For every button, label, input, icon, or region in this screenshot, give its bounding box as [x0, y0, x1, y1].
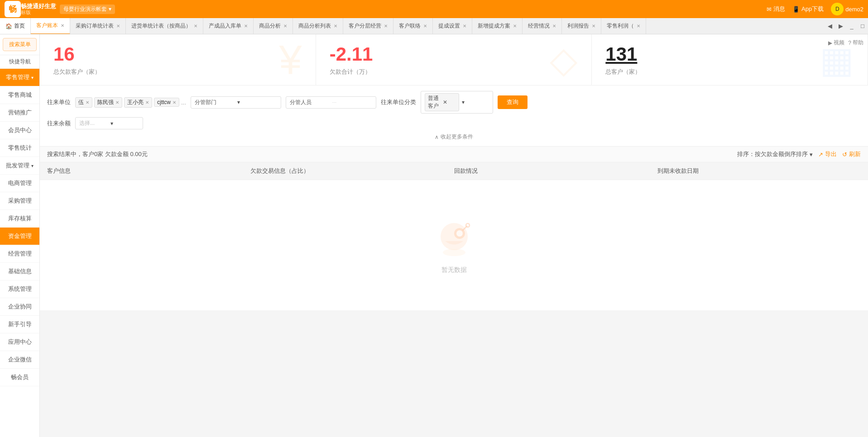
tab-product-analysis-list[interactable]: 商品分析列表 ✕	[293, 18, 343, 34]
home-icon: 🏠	[5, 23, 12, 29]
tab-purchase-order[interactable]: 采购订单统计表 ✕	[70, 18, 126, 34]
sidebar-item-retail-stats[interactable]: 零售统计	[0, 139, 39, 157]
tab-promotion-settings[interactable]: 提成设置 ✕	[433, 18, 472, 34]
data-table: 客户信息 欠款交易信息（占比） 回款情况 到期未收款日期	[40, 162, 868, 310]
tab-production-instock[interactable]: 产成品入库单 ✕	[203, 18, 254, 34]
tab-profit-report[interactable]: 利润报告 ✕	[562, 18, 601, 34]
sidebar-item-purchase[interactable]: 采购管理	[0, 192, 39, 210]
table-col-due-date: 到期未收款日期	[657, 167, 861, 175]
tab-close-icon[interactable]: ✕	[423, 24, 427, 28]
tab-new-promotion[interactable]: 新增提成方案 ✕	[472, 18, 523, 34]
refresh-button[interactable]: ↺ 刷新	[842, 150, 861, 158]
tab-close-icon[interactable]: ✕	[463, 24, 466, 28]
sidebar-item-operations[interactable]: 经营管理	[0, 245, 39, 263]
sidebar-item-retail[interactable]: 零售管理 ▾	[0, 69, 39, 86]
unit-class-tag-normal: 普通客户 ✕	[425, 93, 459, 111]
tab-close-icon[interactable]: ✕	[513, 24, 517, 28]
sidebar-item-app-center[interactable]: 应用中心	[0, 333, 39, 351]
tab-scroll-right-button[interactable]: ▶	[835, 18, 846, 34]
sidebar-item-enterprise-wechat[interactable]: 企业微信	[0, 351, 39, 369]
unit-tag-wang-close[interactable]: ✕	[145, 100, 149, 105]
collapse-button[interactable]: ∧ 收起更多条件	[435, 133, 473, 141]
stat-value-debt: -2.11	[330, 43, 373, 65]
table-col-debt-info: 欠款交易信息（占比）	[250, 167, 454, 175]
tab-close-icon[interactable]: ✕	[334, 24, 337, 28]
sidebar-item-marketing[interactable]: 营销推广	[0, 104, 39, 122]
balance-select[interactable]: 选择... ▾	[75, 117, 143, 129]
unit-tag-chen-close[interactable]: ✕	[115, 100, 119, 105]
stat-label-debt: 欠款合计（万）	[330, 68, 371, 76]
balance-placeholder: 选择...	[79, 119, 108, 127]
video-help-button[interactable]: ▶ 视频	[828, 39, 844, 47]
sidebar-item-finance[interactable]: 资金管理	[0, 228, 39, 245]
account-selector[interactable]: 母婴行业演示帐套 ▾	[60, 5, 115, 14]
stats-row: ¥ 16 总欠款客户（家） ◇ -2.11 欠款合计（万） ▦ 131 总客户（…	[40, 34, 868, 86]
tab-close-icon[interactable]: ✕	[637, 24, 640, 28]
unit-class-tag-close[interactable]: ✕	[443, 99, 456, 105]
tab-close-icon[interactable]: ✕	[194, 24, 197, 28]
sort-button[interactable]: 排序：按欠款金额倒序排序 ▾	[737, 150, 813, 158]
filter-row-2: 往来余额 选择... ▾	[47, 117, 861, 129]
tab-scroll-left-button[interactable]: ◀	[825, 18, 835, 34]
tab-minimize-button[interactable]: _	[846, 18, 857, 34]
main-area: 搜索菜单 快捷导航 零售管理 ▾ 零售商城 营销推广 会员中心 零售统计 批发管…	[0, 34, 868, 437]
unit-tag-wu: 伍 ✕	[75, 97, 92, 108]
content-area: ¥ 16 总欠款客户（家） ◇ -2.11 欠款合计（万） ▦ 131 总客户（…	[40, 34, 868, 437]
stat-bg-diamond-icon: ◇	[550, 39, 578, 81]
stat-value-total: 131	[605, 43, 637, 65]
message-button[interactable]: ✉ 消息	[767, 5, 785, 13]
person-select[interactable]: 分管人员 ···	[286, 96, 376, 109]
unit-tag-wu-close[interactable]: ✕	[86, 100, 89, 105]
unit-tags-more-button[interactable]: ...	[181, 99, 186, 106]
query-button[interactable]: 查询	[498, 95, 528, 109]
empty-state: 暂无数据	[40, 180, 868, 310]
logo-icon: 畅	[5, 1, 21, 17]
tab-product-analysis[interactable]: 商品分析 ✕	[254, 18, 293, 34]
unit-class-label: 往来单位分类	[381, 98, 416, 106]
svg-point-3	[456, 230, 463, 237]
tab-close-icon[interactable]: ✕	[116, 24, 120, 28]
tab-close-icon[interactable]: ✕	[384, 24, 388, 28]
tab-close-icon[interactable]: ✕	[552, 24, 556, 28]
tab-customer-contact[interactable]: 客户联络 ✕	[393, 18, 433, 34]
sidebar-item-inventory[interactable]: 库存核算	[0, 210, 39, 228]
tab-maximize-button[interactable]: □	[857, 18, 868, 34]
quick-nav-button[interactable]: 快捷导航	[0, 55, 39, 69]
app-download-button[interactable]: 📱 App下载	[792, 5, 824, 13]
tab-close-icon[interactable]: ✕	[244, 24, 248, 28]
sidebar-item-system[interactable]: 系统管理	[0, 280, 39, 298]
unit-class-tags: 普通客户 ✕ ▾	[421, 91, 493, 114]
sidebar-item-enterprise-collab[interactable]: 企业协同	[0, 298, 39, 316]
balance-filter-label: 往来余额	[47, 119, 71, 128]
tab-customer-seg[interactable]: 客户分层经营 ✕	[343, 18, 393, 34]
sidebar-item-vip-member[interactable]: 畅会员	[0, 369, 39, 386]
unit-class-select[interactable]: 普通客户 ✕ ▾	[421, 91, 493, 114]
sort-label: 排序：按欠款金额倒序排序	[737, 150, 808, 158]
result-bar-right: 排序：按欠款金额倒序排序 ▾ ↗ 导出 ↺ 刷新	[737, 150, 861, 158]
tab-customer-book[interactable]: 客户账本 ✕	[31, 18, 70, 34]
sidebar-item-ecommerce[interactable]: 电商管理	[0, 175, 39, 192]
unit-class-chevron: ▾	[462, 99, 489, 105]
table-col-repayment: 回款情况	[454, 167, 657, 175]
tab-home[interactable]: 🏠 首页	[0, 18, 31, 34]
tab-business-status[interactable]: 经营情况 ✕	[523, 18, 562, 34]
sidebar-item-basic-info[interactable]: 基础信息	[0, 263, 39, 280]
sidebar-item-member[interactable]: 会员中心	[0, 122, 39, 139]
dept-select[interactable]: 分管部门 ▾	[191, 96, 281, 109]
help-button[interactable]: ? 帮助	[848, 39, 863, 47]
sidebar-item-new-guide[interactable]: 新手引导	[0, 316, 39, 333]
refresh-icon: ↺	[842, 151, 847, 158]
help-icon: ?	[848, 40, 851, 46]
result-summary: 搜索结果中，客户0家 欠款金额 0.00元	[47, 150, 148, 158]
tab-close-icon[interactable]: ✕	[592, 24, 595, 28]
sidebar-item-retail-shop[interactable]: 零售商城	[0, 86, 39, 104]
tab-close-icon[interactable]: ✕	[283, 24, 287, 28]
tab-retail-profit[interactable]: 零售利润（ ✕	[601, 18, 646, 34]
tab-instock-stats[interactable]: 进货单统计表（按商品） ✕	[126, 18, 203, 34]
sidebar-item-wholesale[interactable]: 批发管理 ▾	[0, 157, 39, 175]
unit-tag-cjttcw-close[interactable]: ✕	[173, 100, 176, 105]
tab-close-icon[interactable]: ✕	[61, 23, 64, 28]
user-avatar-button[interactable]: D demo2	[831, 3, 863, 15]
search-menu-button[interactable]: 搜索菜单	[3, 38, 37, 51]
export-button[interactable]: ↗ 导出	[818, 150, 837, 158]
